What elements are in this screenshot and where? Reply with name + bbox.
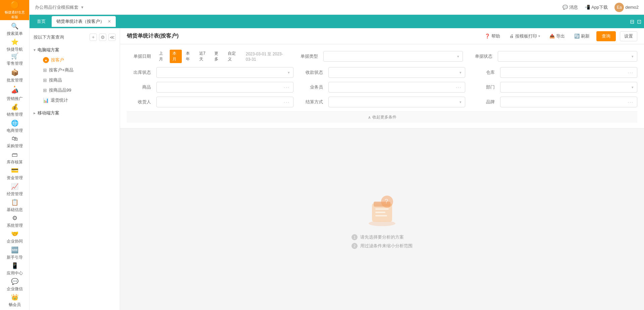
sidebar-item-marketing[interactable]: 📣 营销推广 — [0, 87, 30, 103]
date-tab-thisyear[interactable]: 本年 — [183, 50, 195, 63]
empty-tip-2: 2 用过滤条件来缩小分析范围 — [352, 243, 413, 249]
app-download-btn[interactable]: 📲 App下载 — [585, 4, 608, 10]
date-range: 2023-03-01 至 2023-03-31 — [246, 51, 288, 62]
tree-item-customer-goods[interactable]: ⊞ 按客户+商品 — [39, 65, 120, 75]
staff-input[interactable]: ··· — [328, 82, 466, 93]
svg-text:?: ? — [385, 198, 388, 205]
add-scheme-btn[interactable]: ＋ — [90, 34, 97, 41]
message-btn[interactable]: 💬 消息 — [562, 4, 578, 10]
wholesale-icon: 📦 — [11, 69, 18, 76]
warehouse-input[interactable]: ··· — [500, 67, 637, 78]
sidebar-item-newbie[interactable]: 🆕 新手引导 — [0, 245, 30, 261]
doc-status-select[interactable]: ▾ — [498, 51, 637, 62]
date-tab-more[interactable]: 更多 — [212, 50, 224, 63]
sidebar-item-finance[interactable]: 💳 资金管理 — [0, 166, 30, 182]
sidebar-item-label: 企业微信 — [7, 286, 23, 292]
tab-close-icon[interactable]: ✕ — [108, 19, 111, 24]
app-logo[interactable]: 🟠 畅捷通好生意 标版 — [0, 0, 30, 20]
tree-children: ● 按客户 ⊞ 按客户+商品 ⊞ 按商品 ⊞ 按商品品99 — [30, 55, 120, 105]
user-avatar-area[interactable]: Ea demo2 — [614, 3, 639, 12]
settings-btn[interactable]: 设置 — [620, 31, 637, 41]
minimize-icon[interactable]: ⊟ — [630, 18, 634, 25]
date-label: 单据日期 — [127, 53, 151, 59]
tree-item-customer[interactable]: ● 按客户 — [39, 55, 120, 65]
date-tab-7days[interactable]: 近7天 — [197, 50, 210, 63]
date-tab-thismonth[interactable]: 本月 — [170, 50, 182, 63]
recipient-input[interactable]: ··· — [156, 97, 293, 107]
sidebar: 🟠 畅捷通好生意 标版 🔍 搜索菜单 ⭐ 快捷导航 🛒 零售管理 ▾ 📦 批发管… — [0, 0, 30, 310]
settings-scheme-btn[interactable]: ⚙ — [99, 34, 106, 41]
refresh-label: 刷新 — [581, 33, 590, 39]
sidebar-item-inventory[interactable]: 🗃 库存核算 — [0, 150, 30, 166]
app-subtitle: 标版 — [11, 15, 18, 19]
brand-input[interactable]: ··· — [500, 97, 637, 107]
filter-row-1: 单据日期 上月 本月 本年 近7天 更多 自定义 2023-03-01 至 20… — [127, 50, 637, 63]
grid-icon: ⊞ — [43, 78, 47, 83]
collapse-bar[interactable]: ∧ 收起更多条件 — [127, 111, 637, 123]
grid-icon: ⊞ — [43, 67, 47, 73]
sidebar-item-purchase[interactable]: 🛍 采购管理 — [0, 134, 30, 150]
sidebar-item-appcenter[interactable]: 📱 应用中心 — [0, 261, 30, 277]
dots-icon: ··· — [628, 70, 634, 75]
sidebar-item-sales[interactable]: 💰 销售管理 — [0, 103, 30, 118]
sidebar-item-search[interactable]: 🔍 搜索菜单 — [0, 21, 30, 37]
goods-input[interactable]: ··· — [156, 82, 293, 93]
tree-item-goods99[interactable]: ⊞ 按商品品99 — [39, 85, 120, 95]
tree-collapse-icon: ▸ — [34, 111, 36, 115]
sidebar-item-system[interactable]: ⚙ 系统管理 — [0, 214, 30, 229]
dept-select[interactable]: ▾ — [500, 82, 637, 93]
print-chevron: ▾ — [538, 34, 540, 38]
export-btn[interactable]: 📤 导出 — [547, 32, 568, 41]
dept-label: 部门 — [471, 84, 495, 90]
tab-sales-stats[interactable]: 销货单统计表（按客户） ✕ — [52, 16, 116, 27]
sidebar-item-retail[interactable]: 🛒 零售管理 ▾ — [0, 53, 30, 70]
sidebar-item-wholesale[interactable]: 📦 批发管理 ▴ — [0, 70, 30, 87]
sidebar-item-basic[interactable]: 📋 基础信息 — [0, 198, 30, 213]
doc-type-select[interactable]: ▾ — [323, 51, 463, 62]
sidebar-item-operations[interactable]: 📈 经营管理 — [0, 182, 30, 198]
dropdown-arrow[interactable]: ▾ — [81, 5, 84, 10]
receipt-status-select[interactable]: ▾ — [328, 67, 466, 78]
date-tab-custom[interactable]: 自定义 — [225, 50, 240, 63]
industry-label: 办公用品行业模拟账套 — [35, 4, 78, 10]
maximize-icon[interactable]: ⊡ — [637, 18, 641, 25]
page-titlebar: 销货单统计表(按客户) ❓ 帮助 🖨 按模板打印 ▾ 📤 导出 — [120, 28, 644, 44]
filter-row-3: 商品 ··· 业务员 ··· 部门 ▾ — [127, 82, 637, 93]
sidebar-menu: 🔍 搜索菜单 ⭐ 快捷导航 🛒 零售管理 ▾ 📦 批发管理 ▴ 📣 营销推广 💰… — [0, 20, 30, 310]
sidebar-item-member[interactable]: 👑 畅会员 — [0, 293, 30, 309]
help-btn[interactable]: ❓ 帮助 — [482, 32, 503, 41]
date-tab-lastmonth[interactable]: 上月 — [156, 50, 168, 63]
purchase-icon: 🛍 — [12, 135, 18, 142]
sidebar-item-label: 采购管理 — [7, 143, 23, 149]
tree-section-desktop: ▾ 电脑端方案 ● 按客户 ⊞ 按客户+商品 ⊞ 按商品 — [30, 44, 120, 107]
payment-select[interactable]: ▾ — [328, 97, 466, 107]
dots-icon: ··· — [284, 99, 290, 105]
sidebar-item-collab[interactable]: 🤝 企业协同 — [0, 229, 30, 245]
tree-section-mobile: ▸ 移动端方案 — [30, 107, 120, 119]
sidebar-item-wechat[interactable]: 💬 企业微信 — [0, 277, 30, 293]
tree-item-label: 按商品品99 — [49, 87, 71, 93]
refresh-btn[interactable]: 🔄 刷新 — [572, 32, 592, 41]
tree-item-goods[interactable]: ⊞ 按商品 — [39, 75, 120, 85]
inventory-icon: 🗃 — [12, 151, 18, 158]
left-panel-title: 按以下方案查询 — [34, 34, 64, 40]
tab-home[interactable]: 首页 — [32, 16, 50, 27]
sidebar-item-label: 系统管理 — [7, 223, 23, 228]
sidebar-item-ecom[interactable]: 🌐 电商管理 — [0, 118, 30, 134]
sidebar-item-label: 电商管理 — [7, 128, 23, 134]
tree-parent-mobile[interactable]: ▸ 移动端方案 — [30, 108, 120, 118]
user-name: demo2 — [625, 5, 639, 10]
operations-icon: 📈 — [11, 183, 18, 190]
tree-item-return-stats[interactable]: 📊 退货统计 — [39, 95, 120, 105]
svg-rect-3 — [375, 208, 389, 210]
sidebar-item-shortcut[interactable]: ⭐ 快捷导航 — [0, 37, 30, 53]
tree-parent-desktop[interactable]: ▾ 电脑端方案 — [30, 45, 120, 55]
out-status-select[interactable]: ▾ — [156, 67, 293, 78]
collapse-up-icon: ∧ — [368, 115, 371, 120]
empty-illustration: ? — [362, 190, 402, 230]
collapse-panel-btn[interactable]: ≪ — [108, 34, 116, 41]
print-btn[interactable]: 🖨 按模板打印 ▾ — [507, 32, 543, 41]
query-btn[interactable]: 查询 — [596, 31, 616, 41]
sidebar-item-label: 经营管理 — [7, 191, 23, 197]
sidebar-item-label: 快捷导航 — [7, 47, 23, 52]
